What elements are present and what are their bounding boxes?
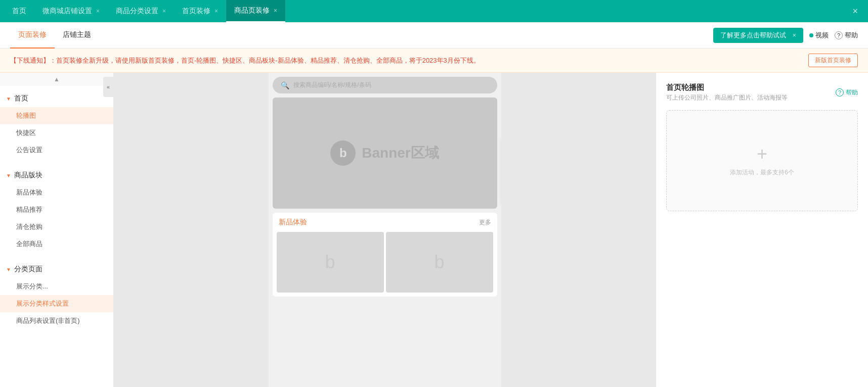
banner-logo-icon: b (330, 140, 356, 166)
right-panel: 首页轮播图 可上传公司照片、商品推广图片、活动海报等 ? 帮助 + 添加活动，最… (656, 73, 868, 387)
sidebar-group-products-header[interactable]: ▼ 商品版块 (0, 167, 113, 184)
scroll-up-button[interactable]: ▲ (0, 73, 113, 86)
right-panel-subtitle: 可上传公司照片、商品推广图片、活动海报等 (666, 93, 788, 102)
product-icon-2: b (434, 252, 444, 273)
sidebar-item-product-list[interactable]: 商品列表设置(非首页) (0, 312, 113, 329)
sidebar-item-shortcut[interactable]: 快捷区 (0, 124, 113, 141)
sidebar-item-all-products[interactable]: 全部商品 (0, 235, 113, 253)
sidebar-item-clearance[interactable]: 清仓抢购 (0, 218, 113, 235)
right-panel-title: 首页轮播图 (666, 83, 788, 92)
sub-tab-page-decor[interactable]: 页面装修 (10, 22, 55, 49)
main-layout: ▲ « ▼ 首页 轮播图 快捷区 公告设置 ▼ 商品版块 (0, 73, 868, 387)
sub-header-right: 了解更多点击帮助试试 × 视频 ? 帮助 (713, 28, 858, 43)
sub-tab-store-theme[interactable]: 店铺主题 (55, 22, 99, 49)
sidebar-item-show-category[interactable]: 展示分类... (0, 278, 113, 295)
window-close-button[interactable]: × (846, 6, 864, 17)
tab-home-decor[interactable]: 首页装修 × (174, 0, 226, 22)
help-button[interactable]: ? 帮助 (835, 31, 858, 40)
banner-text: Banner区域 (362, 143, 439, 163)
banner-area: b Banner区域 (273, 98, 497, 209)
banner-logo: b Banner区域 (330, 140, 439, 166)
arrow-icon-category: ▼ (6, 267, 11, 272)
products-header: 新品体验 更多 (273, 213, 497, 232)
sidebar-item-new-experience[interactable]: 新品体验 (0, 184, 113, 201)
phone-search-bar[interactable]: 🔍 搜索商品编码/名称/规格/条码 (273, 77, 497, 93)
products-grid: b b (273, 232, 497, 297)
tab-close-home-decor[interactable]: × (214, 8, 218, 15)
question-circle-icon: ? (836, 88, 844, 96)
upload-hint: 添加活动，最多支持6个 (730, 168, 794, 177)
upload-area[interactable]: + 添加活动，最多支持6个 (666, 110, 858, 211)
video-dot (809, 33, 813, 37)
products-section: 新品体验 更多 b b (273, 213, 497, 297)
help-banner[interactable]: 了解更多点击帮助试试 × (713, 28, 803, 43)
help-banner-close[interactable]: × (792, 31, 796, 39)
sidebar-collapse-button[interactable]: « (103, 77, 113, 97)
tab-close-product-decor[interactable]: × (274, 7, 277, 14)
sidebar-group-home: ▼ 首页 轮播图 快捷区 公告设置 (0, 86, 113, 163)
right-panel-title-block: 首页轮播图 可上传公司照片、商品推广图片、活动海报等 (666, 83, 788, 102)
notice-text: 【下线通知】：首页装修全新升级，请使用新版首页装修，首页-轮播图、快捷区、商品板… (10, 56, 802, 65)
sidebar-group-home-header[interactable]: ▼ 首页 (0, 90, 113, 107)
tab-close-product-category[interactable]: × (162, 8, 166, 15)
center-preview: 🔍 搜索商品编码/名称/规格/条码 b Banner区域 (114, 73, 656, 387)
arrow-icon: ▼ (6, 96, 11, 102)
product-card-2: b (386, 232, 493, 293)
right-panel-header: 首页轮播图 可上传公司照片、商品推广图片、活动海报等 ? 帮助 (666, 83, 858, 102)
tab-store-settings[interactable]: 微商城店铺设置 × (34, 0, 108, 22)
tab-product-decor[interactable]: 商品页装修 × (226, 0, 285, 22)
search-icon: 🔍 (281, 81, 289, 89)
sidebar-item-category-style[interactable]: 展示分类样式设置 (0, 295, 113, 312)
product-icon-1: b (325, 252, 335, 273)
tab-home[interactable]: 首页 (4, 0, 34, 22)
sidebar-group-category-header[interactable]: ▼ 分类页面 (0, 261, 113, 278)
help-banner-text: 了解更多点击帮助试试 (720, 31, 786, 40)
sidebar: ▲ « ▼ 首页 轮播图 快捷区 公告设置 ▼ 商品版块 (0, 73, 114, 387)
tab-close-store-settings[interactable]: × (96, 8, 100, 15)
sidebar-item-notice-setting[interactable]: 公告设置 (0, 141, 113, 159)
products-title: 新品体验 (279, 218, 307, 227)
question-icon: ? (835, 31, 843, 39)
sidebar-item-featured[interactable]: 精品推荐 (0, 201, 113, 218)
product-card-1: b (277, 232, 384, 293)
video-button[interactable]: 视频 (809, 31, 829, 40)
sidebar-item-banner[interactable]: 轮播图 (0, 107, 113, 124)
sub-header: 页面装修 店铺主题 了解更多点击帮助试试 × 视频 ? 帮助 (0, 22, 868, 49)
notice-bar: 【下线通知】：首页装修全新升级，请使用新版首页装修，首页-轮播图、快捷区、商品板… (0, 49, 868, 73)
right-panel-help-button[interactable]: ? 帮助 (836, 88, 858, 97)
arrow-icon-products: ▼ (6, 173, 11, 178)
sidebar-group-category: ▼ 分类页面 展示分类... 展示分类样式设置 商品列表设置(非首页) (0, 257, 113, 333)
products-more: 更多 (479, 218, 491, 227)
preview-phone: 🔍 搜索商品编码/名称/规格/条码 b Banner区域 (269, 73, 501, 387)
new-version-button[interactable]: 新版首页装修 (808, 54, 858, 67)
sidebar-group-products: ▼ 商品版块 新品体验 精品推荐 清仓抢购 全部商品 (0, 163, 113, 257)
top-tab-bar: 首页 微商城店铺设置 × 商品分类设置 × 首页装修 × 商品页装修 × × (0, 0, 868, 22)
plus-icon: + (757, 145, 767, 163)
tab-product-category[interactable]: 商品分类设置 × (108, 0, 174, 22)
